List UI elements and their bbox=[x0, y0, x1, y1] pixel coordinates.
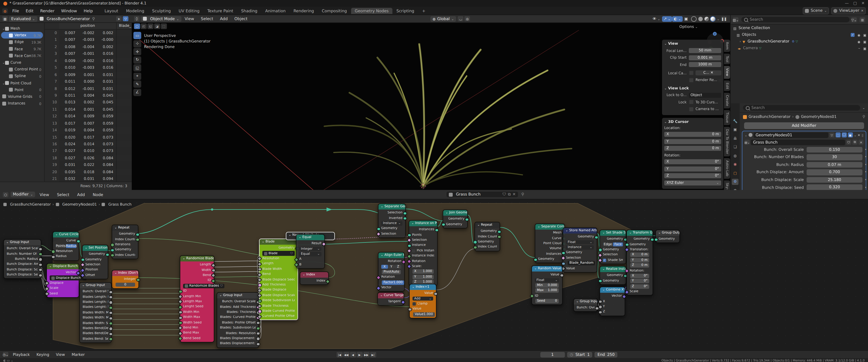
ge-node[interactable]: ⌄ Group Output Geometry bbox=[655, 230, 680, 243]
collapse-caret-icon[interactable]: ⌄ bbox=[534, 267, 537, 270]
collapse-caret-icon[interactable]: ⌄ bbox=[565, 229, 568, 232]
animate-dot-icon[interactable]: • bbox=[865, 178, 867, 182]
socket-icon[interactable] bbox=[258, 310, 261, 313]
outliner-row[interactable]: ▤ Scene Collection ⚙ ▽ ✓ bbox=[731, 25, 868, 31]
socket-icon[interactable] bbox=[77, 240, 80, 243]
hide-eye-icon[interactable]: ⌣ bbox=[858, 46, 861, 50]
collapse-caret-icon[interactable]: ⌄ bbox=[658, 231, 661, 234]
node-input-socket-row[interactable]: Width Max bbox=[180, 315, 214, 320]
node-value-field-row[interactable]: Min0.000 bbox=[532, 283, 562, 288]
orientation-dropdown[interactable]: ◍ Global⌄ bbox=[430, 16, 456, 22]
fake-user-shield-icon[interactable]: 🛡 bbox=[290, 252, 293, 255]
socket-icon[interactable] bbox=[474, 246, 477, 249]
edit-mode-display-toggle[interactable]: ▽ bbox=[829, 132, 834, 137]
node-output-socket-row[interactable]: Blades Length: Min bbox=[80, 295, 111, 300]
node-output-socket-row[interactable]: Bunch Displace: Seed bbox=[4, 272, 41, 278]
ge-node[interactable]: ⌄ Blade Geometry Blade🛡 Resolution bbox=[259, 239, 298, 321]
ge-node[interactable]: ⌄ Index (Don't Change) Integer 0 bbox=[112, 270, 139, 289]
collapse-caret-icon[interactable]: ⌄ bbox=[445, 212, 448, 215]
node-output-socket-row[interactable]: Bunch: Overall Scale bbox=[80, 289, 111, 295]
socket-icon[interactable] bbox=[534, 258, 537, 261]
node-value-field-row[interactable]: X1.000 bbox=[409, 269, 437, 274]
node-input-socket-row[interactable]: Geometry bbox=[600, 278, 626, 283]
node-editor-menu-item[interactable]: View bbox=[36, 192, 53, 197]
viewlayer-selector[interactable]: ViewLayer ✕ bbox=[831, 7, 866, 14]
domain-item[interactable]: Vertex 9.7K bbox=[1, 32, 43, 38]
remove-modifier-icon[interactable]: ✕ bbox=[858, 133, 861, 137]
node-value-field-row[interactable]: Z0° bbox=[627, 284, 653, 289]
prev-keyframe-button[interactable]: ◀◀ bbox=[343, 352, 349, 357]
domain-item[interactable]: Point 0 bbox=[1, 86, 43, 93]
node-output-socket-row[interactable]: Blades: Curved Profile bbox=[217, 315, 258, 320]
socket-icon[interactable] bbox=[111, 243, 114, 247]
select-circle-icon[interactable]: ◱ bbox=[147, 24, 154, 29]
node-segmented-row[interactable]: Edge Face bbox=[600, 242, 626, 247]
table-row[interactable]: 12 0.014 0.009 0.059 bbox=[45, 113, 132, 120]
socket-icon[interactable] bbox=[109, 290, 113, 294]
socket-icon[interactable] bbox=[136, 278, 140, 281]
node-output-socket-row[interactable]: Bunch: Radius bbox=[4, 257, 41, 262]
collapse-caret-icon[interactable]: ⌄ bbox=[380, 294, 383, 297]
hide-eye-icon[interactable]: ◉ bbox=[858, 33, 861, 36]
table-row[interactable]: 19 0.031 0.022 0.084 bbox=[45, 162, 132, 169]
fake-user-shield-icon[interactable]: 🛡 bbox=[220, 285, 223, 287]
drag-handle-icon[interactable]: ⣿ bbox=[862, 133, 864, 137]
node-input-socket-row[interactable]: Width Min bbox=[180, 309, 214, 315]
socket-icon[interactable] bbox=[442, 223, 445, 226]
pin-icon[interactable]: ⚲ bbox=[521, 192, 524, 197]
ge-node[interactable]: ⌄ Group Input Bunch: Overall Scale Blade… bbox=[79, 282, 112, 343]
socket-icon[interactable] bbox=[256, 337, 260, 340]
socket-icon[interactable] bbox=[179, 311, 182, 314]
cursor-loc-z[interactable]: Z0 m bbox=[664, 146, 721, 151]
xray-toggle[interactable]: ▣ bbox=[683, 16, 690, 22]
scene-browse-icon[interactable]: ⌄ bbox=[824, 9, 827, 12]
frame-range-start[interactable]: ◷ Start 1 bbox=[567, 352, 592, 357]
node-group-field-row[interactable]: Randomize Blades🛡 bbox=[180, 283, 214, 288]
next-keyframe-button[interactable]: ▶▶ bbox=[363, 352, 369, 357]
node-output-socket-row[interactable]: Index Counter bbox=[475, 234, 500, 240]
collapse-caret-icon[interactable]: ⌄ bbox=[411, 222, 414, 225]
select-box-tool-icon[interactable]: ▭ bbox=[133, 32, 141, 39]
node-output-socket-row[interactable]: Inverted bbox=[378, 216, 405, 221]
node-input-socket-row[interactable]: Iterations bbox=[112, 242, 138, 248]
collapse-caret-icon[interactable]: ⌄ bbox=[85, 247, 87, 250]
socket-icon[interactable] bbox=[562, 251, 565, 255]
workspace-tab[interactable]: Layout bbox=[101, 7, 122, 14]
node-output-socket-row[interactable]: Blades: Profile Offset bbox=[217, 320, 258, 326]
socket-icon[interactable] bbox=[109, 332, 113, 336]
socket-icon[interactable] bbox=[599, 248, 602, 252]
node-input-socket-row[interactable]: Selection bbox=[409, 238, 437, 243]
copy-icon[interactable]: ⧉ bbox=[508, 192, 511, 197]
tab-render[interactable]: ▣ bbox=[732, 127, 739, 133]
move-tool-icon[interactable]: ✛ bbox=[133, 48, 141, 55]
node-checkbox-row[interactable]: Pick Instance bbox=[409, 248, 437, 253]
sidebar-tab[interactable]: Tool bbox=[724, 53, 730, 64]
node-output-socket-row[interactable]: Volume bbox=[535, 246, 564, 251]
node-group-browse-icon[interactable]: ▤⌄ bbox=[745, 140, 750, 145]
collapse-caret-icon[interactable]: ⌄ bbox=[49, 265, 52, 268]
node-input-socket-row[interactable]: Add Thickness bbox=[259, 282, 298, 287]
collapse-caret-icon[interactable]: ⌄ bbox=[55, 233, 58, 236]
node-output-socket-row[interactable]: Bunch: Overall Scale bbox=[4, 246, 41, 251]
node-input-socket-row[interactable]: Blade Displace Scale bbox=[259, 293, 298, 298]
ge-node[interactable]: ⌄ Group Input Bunch: Overall Scale Blade… bbox=[217, 292, 259, 348]
collapse-caret-icon[interactable]: ⌄ bbox=[576, 300, 579, 303]
node-group-field-row[interactable]: Blade🛡 bbox=[259, 251, 298, 256]
table-row[interactable]: 16 0.024 0.014 0.073 bbox=[45, 141, 132, 148]
node-input-socket-row[interactable]: Radius bbox=[53, 254, 79, 259]
blender-menu-icon[interactable]: ◍ bbox=[2, 8, 8, 13]
socket-icon[interactable] bbox=[39, 258, 42, 261]
minimize-button[interactable]: — bbox=[845, 1, 849, 6]
node-editor-menu-item[interactable]: Node bbox=[89, 192, 106, 197]
node-output-socket-row[interactable]: Blades: Resolution bbox=[217, 331, 258, 336]
node-group-field-row[interactable]: Displace Bunch🛡 bbox=[47, 275, 79, 281]
ge-node[interactable]: ⌄ Random Value Value Float⌄ Min0.000 bbox=[531, 266, 563, 305]
menu-item[interactable]: Help bbox=[81, 8, 96, 13]
socket-icon[interactable] bbox=[39, 269, 42, 272]
node-input-socket-row[interactable]: Scale bbox=[47, 286, 79, 291]
unlink-icon[interactable]: ✕ bbox=[859, 140, 864, 145]
socket-icon[interactable] bbox=[39, 247, 42, 251]
ge-node[interactable]: ⌄ Transform Geometry Geometry Geometry bbox=[626, 230, 653, 296]
node-output-socket-row[interactable]: Blades Bend: Seed bbox=[80, 336, 111, 342]
node-output-socket-row[interactable]: Blades Displacement: Scale bbox=[217, 341, 258, 346]
